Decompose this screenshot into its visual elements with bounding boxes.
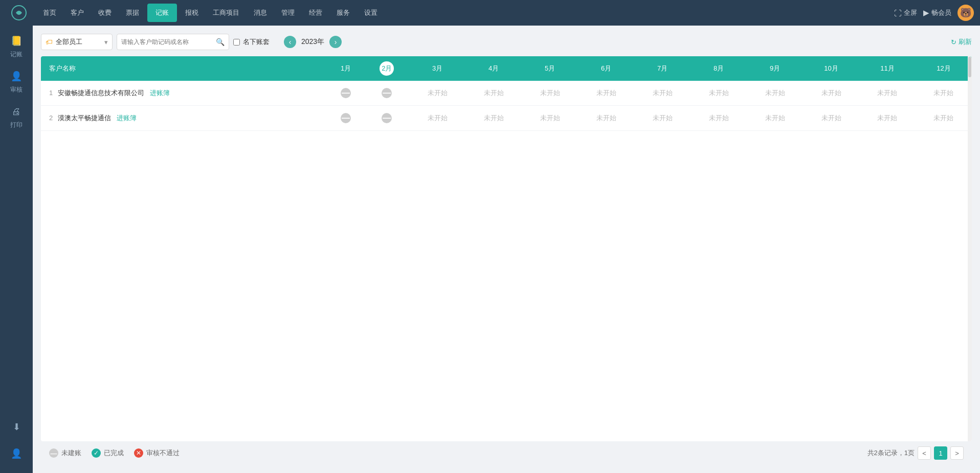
not-started-dash-icon: — [382,113,392,123]
year-next-button[interactable]: › [329,36,342,48]
nav-settings[interactable]: 设置 [357,0,385,26]
employee-label: 全部员工 [56,37,82,47]
completed-icon: ✓ [92,448,101,458]
not-started-text: 未开始 [596,114,616,122]
nav-business[interactable]: 工商项目 [206,0,247,26]
fullscreen-icon: ⛶ [894,9,902,17]
legend-completed: ✓ 已完成 [92,448,124,458]
top-navigation: 首页 客户 收费 票据 记账 报税 工商项目 消息 管理 经营 服务 设置 ⛶ … [0,0,980,26]
month-cell-11: 未开始 [859,106,916,131]
table-row: 1 安徽畅捷通信息技术有限公司 进账簿 ——未开始未开始未开始未开始未开始未开始… [41,81,972,106]
nav-home[interactable]: 首页 [36,0,63,26]
nav-invoice[interactable]: 票据 [119,0,146,26]
page-current-button[interactable]: 1 [934,446,947,460]
search-icon[interactable]: 🔍 [216,38,225,46]
not-started-dash-icon: — [341,88,351,98]
customer-name: 漠澳太平畅捷通信 [58,114,111,122]
search-wrap: 🔍 [117,34,229,50]
scrollbar-track[interactable] [968,56,972,441]
logo-icon [11,5,27,21]
not-started-text: 未开始 [821,89,841,97]
nav-tax[interactable]: 报税 [178,0,206,26]
col-feb: 2月 [364,56,409,81]
app-logo[interactable] [6,5,32,21]
refresh-button[interactable]: ↻ 刷新 [951,37,972,47]
scrollbar-thumb[interactable] [968,57,971,77]
nav-operations[interactable]: 经营 [302,0,329,26]
user-avatar[interactable]: 🐻 [957,5,974,21]
sidebar-accounting-label: 记账 [10,50,23,59]
month-cell-7: 未开始 [634,106,691,131]
sidebar-user[interactable]: 👤 [1,442,32,465]
customer-cell: 2 漠澳太平畅捷通信 进账簿 [41,106,327,131]
not-created-label: 未建账 [61,448,81,458]
col-sep: 9月 [747,56,803,81]
month-cell-9: 未开始 [747,106,803,131]
month-cell-4: 未开始 [465,106,522,131]
enter-link[interactable]: 进账簿 [117,114,137,122]
col-oct: 10月 [803,56,859,81]
sidebar-item-review[interactable]: 👤 审核 [1,65,32,98]
month-cell-7: 未开始 [634,81,691,106]
sidebar-item-print[interactable]: 🖨 打印 [1,100,32,133]
not-started-dash-icon: — [382,88,392,98]
vip-button[interactable]: ▶ 畅会员 [923,8,951,17]
not-started-text: 未开始 [877,114,897,122]
page-prev-button[interactable]: < [918,446,931,460]
refresh-icon: ↻ [951,38,956,46]
month-cell-2: — [364,106,409,131]
accounting-icon: 📒 [9,34,24,48]
nav-customer[interactable]: 客户 [63,0,91,26]
col-customer-name: 客户名称 [41,56,327,81]
month-cell-6: 未开始 [578,106,634,131]
nav-service[interactable]: 服务 [329,0,357,26]
search-input[interactable] [121,38,213,46]
nav-message[interactable]: 消息 [247,0,274,26]
month-cell-5: 未开始 [522,106,578,131]
not-started-text: 未开始 [596,89,616,97]
sidebar-item-accounting[interactable]: 📒 记账 [1,30,32,63]
not-started-dash-icon: — [341,113,351,123]
col-mar: 3月 [409,56,465,81]
not-started-text: 未开始 [484,89,504,97]
my-accounts-filter[interactable]: 名下账套 [233,37,270,47]
nav-manage[interactable]: 管理 [274,0,302,26]
legend-rejected: ✕ 审核不通过 [134,448,180,458]
col-dec: 12月 [916,56,972,81]
nav-accounting[interactable]: 记账 [147,4,177,22]
year-display: 2023年 [301,37,324,47]
fullscreen-button[interactable]: ⛶ 全屏 [894,8,917,17]
month-cell-9: 未开始 [747,81,803,106]
month-cell-4: 未开始 [465,81,522,106]
nav-billing[interactable]: 收费 [91,0,119,26]
col-jan: 1月 [327,56,364,81]
main-content: 🏷 全部员工 ▾ 🔍 名下账套 ‹ 2023年 › ↻ 刷新 [33,26,980,473]
review-icon: 👤 [9,69,24,83]
not-started-text: 未开始 [653,114,673,122]
customer-cell: 1 安徽畅捷通信息技术有限公司 进账簿 [41,81,327,106]
customer-name: 安徽畅捷通信息技术有限公司 [58,89,144,97]
month-cell-10: 未开始 [803,106,859,131]
vip-icon: ▶ [923,8,929,17]
employee-select[interactable]: 🏷 全部员工 ▾ [41,34,113,50]
year-prev-button[interactable]: ‹ [284,36,296,48]
month-cell-12: 未开始 [916,81,972,106]
employee-icon: 🏷 [46,38,53,46]
refresh-label: 刷新 [959,37,972,47]
page-next-button[interactable]: > [950,446,964,460]
legend-not-created: — 未建账 [49,448,81,458]
not-started-text: 未开始 [821,114,841,122]
col-nov: 11月 [859,56,916,81]
active-month-indicator: 2月 [380,61,394,76]
sidebar-print-label: 打印 [10,121,23,129]
month-cell-3: 未开始 [409,81,465,106]
total-records: 共2条记录，1页 [867,448,915,458]
not-started-text: 未开始 [933,89,953,97]
sidebar-review-label: 审核 [10,85,23,94]
completed-label: 已完成 [104,448,124,458]
month-cell-8: 未开始 [691,106,747,131]
sidebar-download[interactable]: ⬇ [1,416,32,438]
enter-link[interactable]: 进账簿 [150,89,170,97]
my-accounts-checkbox[interactable] [233,39,240,46]
month-cell-5: 未开始 [522,81,578,106]
